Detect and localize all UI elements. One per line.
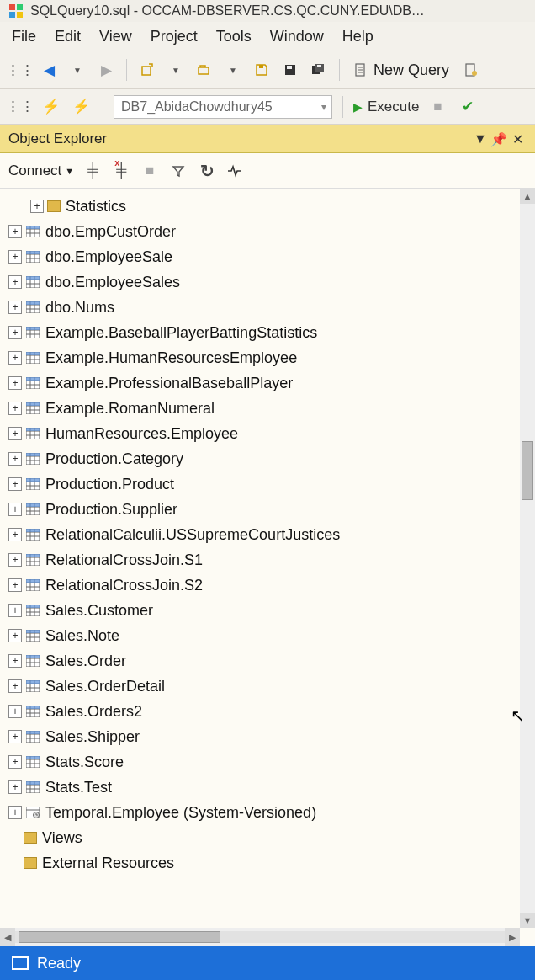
tree-node-table[interactable]: +Stats.Score	[0, 749, 520, 775]
tree-node-table[interactable]: +Sales.Note	[0, 623, 520, 648]
tree-node-table[interactable]: +HumanResources.Employee	[0, 421, 520, 446]
svg-rect-137	[26, 706, 40, 709]
expand-icon[interactable]: +	[8, 225, 22, 238]
open-icon[interactable]	[193, 58, 216, 82]
expand-icon[interactable]: +	[8, 452, 22, 466]
expand-icon[interactable]: +	[8, 780, 22, 794]
expand-icon[interactable]: +	[8, 705, 22, 718]
stop-icon[interactable]: ■	[426, 95, 449, 119]
scroll-thumb[interactable]	[19, 931, 220, 943]
menu-project[interactable]: Project	[151, 28, 198, 45]
tree-node-table[interactable]: +RelationalCalculii.USSupremeCourtJustic…	[0, 522, 520, 547]
parse-icon[interactable]: ✔	[456, 95, 479, 119]
tree-node-table[interactable]: +dbo.Nums	[0, 295, 520, 320]
tree-node-table[interactable]: +Example.RomanNumeral	[0, 396, 520, 421]
expand-icon[interactable]: +	[8, 427, 22, 440]
save-all-icon[interactable]	[307, 58, 331, 82]
expand-icon[interactable]: +	[8, 604, 22, 617]
execute-button[interactable]: ▶ Execute	[353, 99, 419, 115]
expand-icon[interactable]: +	[8, 755, 22, 769]
debug-icon[interactable]: ⚡	[39, 95, 62, 119]
expand-icon[interactable]: +	[8, 351, 22, 365]
expand-icon[interactable]: +	[8, 528, 22, 541]
expand-icon[interactable]: +	[30, 200, 44, 213]
tree-node-table[interactable]: +Sales.OrderDetail	[0, 674, 520, 699]
svg-rect-113	[26, 605, 40, 608]
scroll-down-icon[interactable]: ▼	[520, 913, 535, 928]
expand-icon[interactable]: +	[8, 301, 22, 314]
tree-node-table[interactable]: +Sales.Shipper	[0, 724, 520, 749]
tree-label: External Resources	[42, 855, 174, 872]
tree-node-external-resources[interactable]: External Resources	[0, 850, 520, 876]
filter-icon[interactable]	[168, 161, 188, 181]
menu-file[interactable]: File	[12, 28, 36, 45]
tree-node-table[interactable]: +Example.ProfessionalBaseballPlayer	[0, 370, 520, 396]
tree-node-table[interactable]: +Production.Supplier	[0, 497, 520, 522]
activity-icon[interactable]	[225, 161, 246, 181]
menu-help[interactable]: Help	[342, 28, 373, 45]
refresh-icon[interactable]: ↻	[197, 161, 217, 181]
tree-node-table[interactable]: +RelationalCrossJoin.S1	[0, 547, 520, 573]
tree-node-table[interactable]: +RelationalCrossJoin.S2	[0, 573, 520, 598]
tree-label: Sales.Order	[45, 652, 126, 670]
scroll-track[interactable]	[15, 931, 505, 943]
query-extra-icon[interactable]	[459, 58, 483, 82]
save-single-icon[interactable]	[278, 58, 302, 82]
scroll-right-icon[interactable]: ▶	[505, 928, 520, 946]
dropdown-arrow-icon[interactable]: ▼	[164, 58, 188, 82]
save-icon[interactable]	[250, 58, 273, 82]
menu-window[interactable]: Window	[270, 28, 324, 45]
menu-tools[interactable]: Tools	[216, 28, 252, 45]
new-query-button[interactable]: New Query	[348, 61, 454, 79]
connect-icon[interactable]: ╪	[82, 161, 103, 181]
tree-node-table[interactable]: +dbo.EmployeeSales	[0, 269, 520, 295]
expand-icon[interactable]: +	[8, 275, 22, 289]
connect-button[interactable]: Connect ▼	[8, 162, 74, 179]
pin-icon[interactable]: 📌	[490, 131, 508, 147]
expand-icon[interactable]: +	[8, 250, 22, 264]
expand-icon[interactable]: +	[8, 477, 22, 491]
tree-node-table[interactable]: +dbo.EmployeeSale	[0, 244, 520, 269]
database-dropdown[interactable]: DB7_AbidaChowdhury45	[114, 95, 332, 119]
tree-node-table[interactable]: +Production.Category	[0, 446, 520, 471]
scroll-thumb[interactable]	[522, 441, 533, 500]
tree-node-table[interactable]: +Sales.Customer	[0, 598, 520, 623]
expand-icon[interactable]: +	[8, 806, 22, 819]
tree-node-table[interactable]: +Example.HumanResourcesEmployee	[0, 345, 520, 370]
scroll-up-icon[interactable]: ▲	[520, 189, 535, 204]
tree-node-views[interactable]: Views	[0, 825, 520, 850]
scroll-left-icon[interactable]: ◀	[0, 928, 15, 946]
panel-dropdown-icon[interactable]: ▼	[471, 131, 490, 146]
debug-step-icon[interactable]: ⚡	[69, 95, 93, 119]
disconnect-icon[interactable]: ╪x	[111, 161, 131, 181]
expand-icon[interactable]: +	[8, 553, 22, 567]
tree-node-table[interactable]: +Sales.Orders2	[0, 699, 520, 724]
expand-icon[interactable]: +	[8, 730, 22, 743]
dropdown-arrow-icon[interactable]: ▼	[221, 58, 245, 82]
tree-node-temporal[interactable]: + Temporal.Employee (System-Versioned)	[0, 800, 520, 825]
tree-node-statistics[interactable]: + Statistics	[0, 194, 520, 219]
vertical-scrollbar[interactable]: ▲ ▼	[520, 189, 535, 928]
menu-view[interactable]: View	[99, 28, 132, 45]
expand-icon[interactable]: +	[8, 402, 22, 415]
tree-node-table[interactable]: +dbo.EmpCustOrder	[0, 219, 520, 244]
tree-node-table[interactable]: +Sales.Order	[0, 648, 520, 674]
expand-icon[interactable]: +	[8, 503, 22, 516]
stop-icon[interactable]: ■	[140, 161, 160, 181]
nav-forward-icon[interactable]: ▶	[94, 58, 118, 82]
close-icon[interactable]: ✕	[508, 131, 527, 147]
expand-icon[interactable]: +	[8, 578, 22, 592]
expand-icon[interactable]: +	[8, 629, 22, 642]
tree-node-table[interactable]: +Stats.Test	[0, 775, 520, 800]
expand-icon[interactable]: +	[8, 679, 22, 693]
nav-back-icon[interactable]: ◀	[37, 58, 61, 82]
tree-node-table[interactable]: +Production.Product	[0, 471, 520, 497]
expand-icon[interactable]: +	[8, 376, 22, 390]
expand-icon[interactable]: +	[8, 326, 22, 339]
horizontal-scrollbar[interactable]: ◀ ▶	[0, 928, 520, 946]
tree-node-table[interactable]: +Example.BaseballPlayerBattingStatistics	[0, 320, 520, 345]
new-project-icon[interactable]	[135, 58, 159, 82]
expand-icon[interactable]: +	[8, 654, 22, 668]
dropdown-arrow-icon[interactable]: ▼	[66, 58, 89, 82]
menu-edit[interactable]: Edit	[55, 28, 81, 45]
